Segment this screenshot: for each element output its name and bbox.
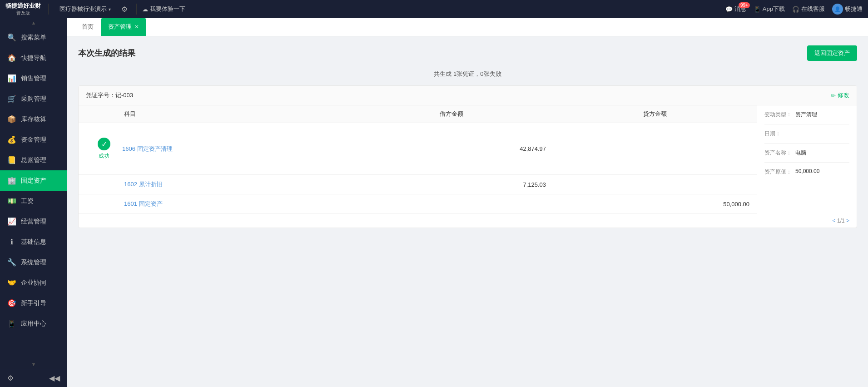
asset-name-value: 电脑 (795, 149, 806, 157)
sidebar-item-system[interactable]: 🔧 系统管理 (0, 252, 67, 273)
date-label: 日期： (764, 130, 781, 138)
sidebar-collapse-icon[interactable]: ◀◀ (49, 374, 60, 382)
sidebar-item-fixed-assets[interactable]: 🏢 固定资产 (0, 170, 67, 191)
subject-link-3[interactable]: 1601 固定资产 (124, 200, 163, 207)
asset-name-label: 资产名称： (764, 149, 792, 157)
sidebar-item-quick-nav[interactable]: 🏠 快捷导航 (0, 48, 67, 68)
sidebar: ▲ 🔍 搜索菜单 🏠 快捷导航 📊 销售管理 🛒 采购管理 📦 库存核算 (0, 18, 67, 387)
funds-icon: 💰 (7, 135, 16, 144)
edit-label: 修改 (838, 91, 849, 99)
credit-cell-1 (553, 123, 757, 175)
sidebar-item-ledger[interactable]: 📒 总账管理 (0, 150, 67, 170)
status-area: ✓ 成功 (86, 129, 122, 169)
scroll-up-indicator[interactable]: ▲ (0, 18, 67, 27)
tab-home[interactable]: 首页 (74, 18, 101, 36)
user-area[interactable]: 👤 畅捷通 (832, 4, 863, 15)
asset-name-row: 资产名称： 电脑 (764, 149, 849, 157)
original-value-label: 资产原值： (764, 168, 792, 176)
sidebar-scroll: 🔍 搜索菜单 🏠 快捷导航 📊 销售管理 🛒 采购管理 📦 库存核算 💰 (0, 27, 67, 360)
sidebar-item-label: 基础信息 (21, 238, 46, 246)
message-button[interactable]: 💬 消息 99+ (725, 5, 746, 13)
table-row: 1602 累计折旧 7,125.03 (79, 175, 757, 194)
edit-icon: ✏ (831, 92, 836, 99)
user-name: 畅捷通 (845, 5, 863, 13)
status-label: 成功 (99, 152, 109, 160)
subject-cell: 1601 固定资产 (79, 194, 350, 214)
sidebar-item-label: 应用中心 (21, 320, 46, 328)
subject-link-2[interactable]: 1602 累计折旧 (124, 181, 163, 188)
logo-sub: 普及版 (16, 10, 30, 16)
prev-page-icon[interactable]: < (833, 218, 836, 224)
sidebar-item-purchase[interactable]: 🛒 采购管理 (0, 89, 67, 109)
sidebar-item-label: 固定资产 (21, 177, 46, 185)
pagination: < 1/1 > (79, 214, 857, 228)
operations-icon: 📈 (7, 217, 16, 226)
tab-asset-mgmt-label: 资产管理 (108, 23, 132, 31)
page-content: 本次生成的结果 返回固定资产 共生成 1张凭证，0张失败 凭证字号：记-003 … (67, 36, 868, 387)
basic-info-icon: ℹ (7, 238, 16, 246)
page-info: 1/1 (837, 218, 846, 224)
payroll-icon: 💵 (7, 197, 16, 205)
original-value-row: 资产原值： 50,000.00 (764, 168, 849, 176)
sidebar-item-payroll[interactable]: 💵 工资 (0, 191, 67, 211)
customer-service-button[interactable]: 🎧 在线客服 (792, 5, 825, 13)
sidebar-item-label: 快捷导航 (21, 54, 46, 62)
sidebar-item-search[interactable]: 🔍 搜索菜单 (0, 27, 67, 48)
divider (764, 143, 849, 144)
debit-cell-2: 7,125.03 (350, 175, 553, 194)
message-badge: 99+ (739, 2, 750, 8)
logo-area: 畅捷通好业财 普及版 (5, 2, 41, 16)
sidebar-item-operations[interactable]: 📈 经营管理 (0, 211, 67, 232)
fixed-assets-icon: 🏢 (7, 176, 16, 185)
subject-link-1[interactable]: 1606 固定资产清理 (122, 145, 173, 153)
search-icon: 🔍 (7, 33, 16, 42)
sidebar-item-label: 总账管理 (21, 156, 46, 164)
voucher-body: 科目 借方金额 贷方金额 (79, 105, 857, 214)
sidebar-item-label: 经营管理 (21, 218, 46, 226)
sidebar-item-basic-info[interactable]: ℹ 基础信息 (0, 232, 67, 252)
sidebar-item-label: 销售管理 (21, 74, 46, 83)
top-header: 畅捷通好业财 普及版 医疗器械行业演示 ▾ ⚙ ☁ 我要体验一下 💬 消息 99… (0, 0, 868, 18)
app-download-label: App下载 (763, 5, 785, 13)
scroll-down-indicator[interactable]: ▼ (0, 360, 67, 369)
subject-cell: 1602 累计折旧 (79, 175, 350, 194)
tab-asset-mgmt[interactable]: 资产管理 ✕ (101, 18, 146, 36)
success-icon: ✓ (98, 138, 110, 150)
main-layout: ▲ 🔍 搜索菜单 🏠 快捷导航 📊 销售管理 🛒 采购管理 📦 库存核算 (0, 18, 868, 387)
sidebar-item-sales[interactable]: 📊 销售管理 (0, 68, 67, 89)
sales-icon: 📊 (7, 74, 16, 83)
experience-label: 我要体验一下 (150, 5, 185, 13)
sidebar-item-inventory[interactable]: 📦 库存核算 (0, 109, 67, 129)
company-selector[interactable]: 医疗器械行业演示 ▾ (56, 5, 114, 13)
sidebar-item-app-center[interactable]: 📱 应用中心 (0, 313, 67, 334)
experience-button[interactable]: ☁ 我要体验一下 (142, 5, 185, 13)
col-debit: 借方金额 (350, 105, 553, 123)
sidebar-item-guide[interactable]: 🎯 新手引导 (0, 293, 67, 313)
tab-bar: 首页 资产管理 ✕ (67, 18, 868, 36)
voucher-left: 科目 借方金额 贷方金额 (79, 105, 757, 214)
original-value-value: 50,000.00 (795, 168, 819, 176)
table-row: 1601 固定资产 50,000.00 (79, 194, 757, 214)
back-button[interactable]: 返回固定资产 (807, 45, 857, 61)
content-area: 首页 资产管理 ✕ 本次生成的结果 返回固定资产 共生成 1张凭证，0张失败 凭… (67, 18, 868, 387)
subject-cell: ✓ 成功 1606 固定资产清理 (79, 123, 350, 175)
ledger-icon: 📒 (7, 156, 16, 164)
sidebar-item-label: 资金管理 (21, 136, 46, 144)
next-page-icon[interactable]: > (846, 218, 849, 224)
tab-close-icon[interactable]: ✕ (134, 24, 139, 30)
edit-button[interactable]: ✏ 修改 (831, 91, 849, 99)
sidebar-item-enterprise[interactable]: 🤝 企业协同 (0, 273, 67, 293)
sidebar-item-funds[interactable]: 💰 资金管理 (0, 129, 67, 150)
change-type-label: 变动类型： (764, 111, 792, 119)
inventory-icon: 📦 (7, 115, 16, 124)
sidebar-settings-icon[interactable]: ⚙ (7, 374, 14, 382)
voucher-table: 科目 借方金额 贷方金额 (79, 105, 757, 214)
table-row: ✓ 成功 1606 固定资产清理 42,874.97 (79, 123, 757, 175)
header-settings-icon[interactable]: ⚙ (118, 3, 131, 15)
company-name: 医疗器械行业演示 (60, 5, 107, 13)
credit-cell-3: 50,000.00 (553, 194, 757, 214)
app-download-button[interactable]: 📱 App下载 (754, 5, 785, 13)
headset-icon: 🎧 (792, 6, 799, 13)
date-row: 日期： (764, 130, 849, 138)
page-title: 本次生成的结果 (78, 48, 135, 59)
